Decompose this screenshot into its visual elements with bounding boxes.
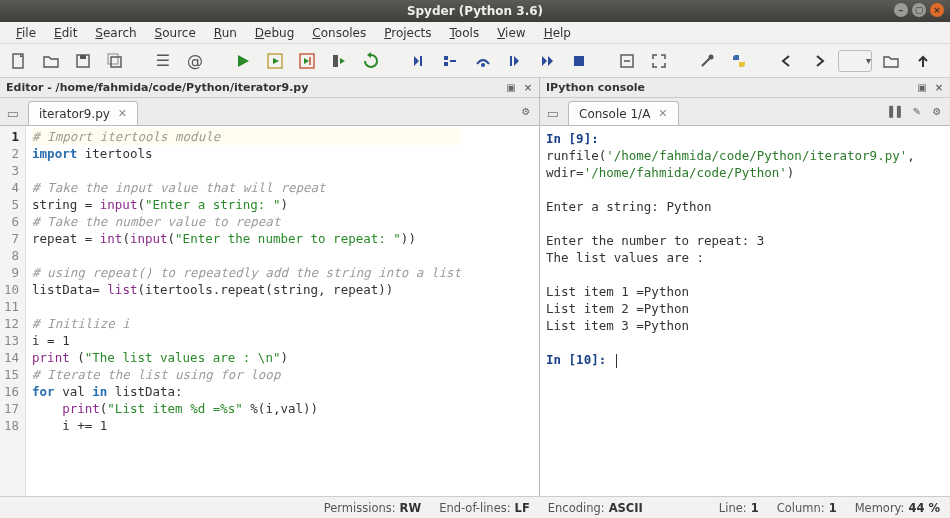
list-icon[interactable]: ☰: [150, 48, 176, 74]
open-file-icon[interactable]: [38, 48, 64, 74]
browse-dir-icon[interactable]: [878, 48, 904, 74]
debug-step-icon[interactable]: [438, 48, 464, 74]
status-column: Column:1: [777, 501, 837, 515]
menu-source[interactable]: Source: [147, 24, 204, 42]
menu-edit[interactable]: Edit: [46, 24, 85, 42]
editor-pane-title: Editor - /home/fahmida/code/Python/itera…: [0, 78, 539, 98]
run-cell-icon[interactable]: [262, 48, 288, 74]
console-pane: IPython console ▣ × ▭ Console 1/A ✕ ▌▌ ✎…: [540, 78, 950, 496]
svg-rect-9: [444, 56, 448, 60]
console-stop-icon[interactable]: ▌▌: [890, 104, 904, 118]
preferences-icon[interactable]: [694, 48, 720, 74]
run-cell-advance-icon[interactable]: [294, 48, 320, 74]
tab-close-icon[interactable]: ✕: [658, 107, 667, 120]
editor-tab-label: iterator9.py: [39, 107, 110, 121]
python-path-icon[interactable]: [726, 48, 752, 74]
parent-dir-icon[interactable]: [910, 48, 936, 74]
close-icon[interactable]: ×: [930, 3, 944, 17]
pane-options-icon[interactable]: ▣: [504, 80, 518, 94]
run-icon[interactable]: [230, 48, 256, 74]
window-title: Spyder (Python 3.6): [407, 4, 543, 18]
editor-tabrow: ▭ iterator9.py ✕ ⚙: [0, 98, 539, 126]
status-permissions: Permissions:RW: [324, 501, 421, 515]
menu-debug[interactable]: Debug: [247, 24, 302, 42]
browse-tabs-icon[interactable]: ▭: [544, 104, 562, 122]
rerun-icon[interactable]: [358, 48, 384, 74]
console-pane-title-text: IPython console: [546, 81, 645, 94]
window-titlebar: Spyder (Python 3.6) – ▢ ×: [0, 0, 950, 22]
pane-close-icon[interactable]: ×: [521, 80, 535, 94]
status-memory: Memory:44 %: [855, 501, 940, 515]
status-eol: End-of-lines:LF: [439, 501, 530, 515]
maximize-pane-icon[interactable]: [614, 48, 640, 74]
new-file-icon[interactable]: [6, 48, 32, 74]
svg-point-15: [709, 54, 714, 59]
statusbar: Permissions:RW End-of-lines:LF Encoding:…: [0, 496, 950, 518]
console-edit-icon[interactable]: ✎: [910, 104, 924, 118]
tab-close-icon[interactable]: ✕: [118, 107, 127, 120]
debug-step-over-icon[interactable]: [470, 48, 496, 74]
editor-pane-title-text: Editor - /home/fahmida/code/Python/itera…: [6, 81, 308, 94]
svg-rect-2: [80, 55, 86, 59]
svg-rect-7: [333, 55, 338, 67]
status-line: Line:1: [719, 501, 759, 515]
pane-close-icon[interactable]: ×: [932, 80, 946, 94]
back-icon[interactable]: [774, 48, 800, 74]
menu-consoles[interactable]: Consoles: [304, 24, 374, 42]
console-tab-label: Console 1/A: [579, 107, 650, 121]
main-toolbar: ☰ @ ▾: [0, 44, 950, 78]
menu-run[interactable]: Run: [206, 24, 245, 42]
ipython-console[interactable]: In [9]: runfile('/home/fahmida/code/Pyth…: [540, 126, 950, 496]
console-gear-icon[interactable]: ⚙: [930, 104, 944, 118]
debug-continue-icon[interactable]: [534, 48, 560, 74]
editor-gear-icon[interactable]: ⚙: [519, 104, 533, 118]
save-all-icon[interactable]: [102, 48, 128, 74]
svg-rect-12: [510, 56, 512, 66]
menu-help[interactable]: Help: [536, 24, 579, 42]
pane-options-icon[interactable]: ▣: [915, 80, 929, 94]
forward-icon[interactable]: [806, 48, 832, 74]
editor-pane: Editor - /home/fahmida/code/Python/itera…: [0, 78, 540, 496]
menu-file[interactable]: File: [8, 24, 44, 42]
editor-tab[interactable]: iterator9.py ✕: [28, 101, 138, 125]
menu-view[interactable]: View: [489, 24, 533, 42]
minimize-icon[interactable]: –: [894, 3, 908, 17]
at-icon[interactable]: @: [182, 48, 208, 74]
console-tabrow: ▭ Console 1/A ✕ ▌▌ ✎ ⚙: [540, 98, 950, 126]
working-dir-dropdown[interactable]: ▾: [838, 50, 872, 72]
svg-rect-3: [108, 54, 118, 64]
svg-rect-8: [420, 56, 422, 66]
menu-search[interactable]: Search: [87, 24, 144, 42]
maximize-icon[interactable]: ▢: [912, 3, 926, 17]
svg-rect-10: [444, 62, 448, 66]
svg-point-11: [481, 63, 485, 67]
menubar: FileEditSearchSourceRunDebugConsolesProj…: [0, 22, 950, 44]
browse-tabs-icon[interactable]: ▭: [4, 104, 22, 122]
menu-tools[interactable]: Tools: [442, 24, 488, 42]
console-tab[interactable]: Console 1/A ✕: [568, 101, 679, 125]
fullscreen-icon[interactable]: [646, 48, 672, 74]
status-encoding: Encoding:ASCII: [548, 501, 643, 515]
debug-step-into-icon[interactable]: [406, 48, 432, 74]
console-pane-title: IPython console ▣ ×: [540, 78, 950, 98]
code-editor[interactable]: 123456789101112131415161718 # Import ite…: [0, 126, 539, 496]
debug-stop-icon[interactable]: [566, 48, 592, 74]
debug-step-out-icon[interactable]: [502, 48, 528, 74]
save-icon[interactable]: [70, 48, 96, 74]
run-selection-icon[interactable]: [326, 48, 352, 74]
svg-rect-13: [574, 56, 584, 66]
svg-rect-4: [111, 57, 121, 67]
menu-projects[interactable]: Projects: [376, 24, 439, 42]
